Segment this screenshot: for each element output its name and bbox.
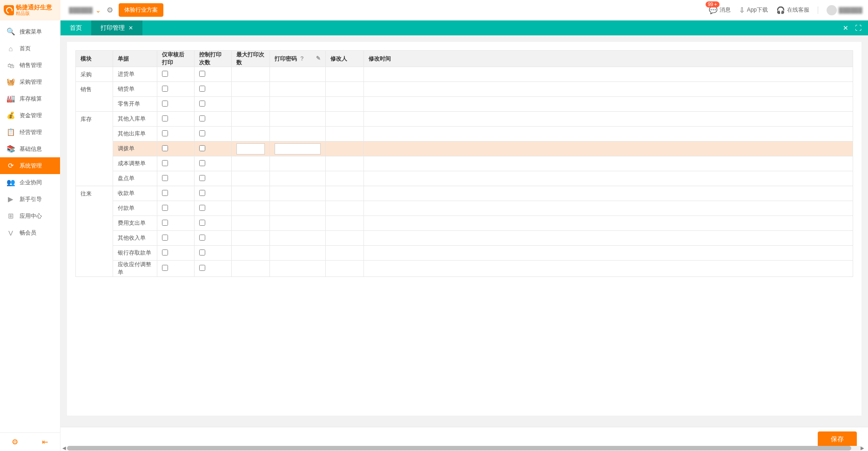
limit-count-checkbox[interactable] [199,71,205,77]
chevron-down-icon[interactable]: ⌄ [95,7,101,14]
purchase-icon: 🧺 [7,78,15,86]
tab-print[interactable]: 打印管理✕ [91,20,142,35]
message-button[interactable]: 💬 消息 [709,6,731,14]
sidebar-item-label: 销售管理 [20,61,42,69]
print-password-cell [270,82,326,97]
print-password-input[interactable] [275,143,321,155]
audit-only-checkbox[interactable] [162,160,168,166]
sidebar: 🔍搜索菜单⌂首页🛍销售管理🧺采购管理🏭库存核算💰资金管理📋经营管理📚基础信息⟳系… [0,20,61,451]
limit-count-checkbox[interactable] [199,86,205,92]
sidebar-item-fund[interactable]: 💰资金管理 [0,107,60,124]
modify-time-cell [364,186,853,201]
sidebar-item-label: 库存核算 [20,95,42,103]
sidebar-item-label: 采购管理 [20,78,42,86]
system-icon: ⟳ [7,162,15,170]
audit-only-checkbox[interactable] [162,71,168,77]
modifier-cell [326,82,364,97]
sidebar-settings-icon[interactable]: ⚙ [0,433,30,451]
max-count-input[interactable] [236,143,265,155]
online-service-label: 在线客服 [787,6,809,14]
audit-only-checkbox[interactable] [162,130,168,136]
print-password-cell [270,97,326,112]
app-download-button[interactable]: ⇩ App下载 [739,6,768,14]
audit-only-checkbox[interactable] [162,101,168,107]
promo-button[interactable]: 体验行业方案 [119,3,163,17]
save-button[interactable]: 保存 [818,431,857,447]
sales-icon: 🛍 [7,61,15,69]
max-count-cell [232,97,270,112]
tab-close-all-icon[interactable]: ✕ [843,24,848,32]
avatar [827,5,837,15]
biz-icon: 📋 [7,128,15,136]
user-menu[interactable]: ██████ [827,5,862,15]
doc-cell: 费用支出单 [113,216,157,231]
edit-icon[interactable]: ✎ [316,55,321,61]
sidebar-item-member[interactable]: V畅会员 [0,224,60,241]
scroll-left-icon[interactable]: ◀ [62,445,66,451]
th-limit-count: 控制打印次数 [195,51,232,67]
limit-count-checkbox[interactable] [199,249,205,256]
sidebar-item-system[interactable]: ⟳系统管理 [0,157,60,174]
table-row: 调拨单 [76,141,853,156]
limit-count-checkbox[interactable] [199,220,205,226]
scroll-right-icon[interactable]: ▶ [861,445,864,451]
sidebar-collapse-icon[interactable]: ⇤ [30,433,61,451]
max-count-cell [232,246,270,261]
max-count-cell [232,82,270,97]
horizontal-scrollbar[interactable]: ◀ ▶ [67,446,863,451]
org-selector[interactable]: ██████ [69,7,93,13]
sidebar-item-label: 资金管理 [20,112,42,120]
doc-cell: 成本调整单 [113,156,157,171]
audit-only-checkbox[interactable] [162,265,168,271]
limit-count-checkbox[interactable] [199,115,205,121]
sidebar-item-sales[interactable]: 🛍销售管理 [0,57,60,74]
close-icon[interactable]: ✕ [128,25,133,31]
gear-icon[interactable]: ⚙ [107,6,113,14]
online-service-button[interactable]: 🎧 在线客服 [776,6,809,14]
limit-count-checkbox[interactable] [199,101,205,107]
sidebar-item-guide[interactable]: ▶新手引导 [0,191,60,208]
audit-only-checkbox[interactable] [162,115,168,121]
message-icon: 💬 [709,6,718,14]
limit-count-checkbox[interactable] [199,175,205,181]
table-row: 成本调整单 [76,156,853,171]
doc-cell: 盘点单 [113,171,157,186]
th-modify-time: 修改时间 [364,51,853,67]
audit-only-checkbox[interactable] [162,145,168,151]
sidebar-item-purchase[interactable]: 🧺采购管理 [0,74,60,90]
audit-only-checkbox[interactable] [162,220,168,226]
max-count-cell [232,171,270,186]
tab-label: 首页 [70,24,82,32]
audit-only-checkbox[interactable] [162,205,168,211]
modify-time-cell [364,156,853,171]
sidebar-item-home[interactable]: ⌂首页 [0,40,60,57]
sidebar-item-apps[interactable]: ⊞应用中心 [0,208,60,224]
sidebar-item-biz[interactable]: 📋经营管理 [0,124,60,141]
username: ██████ [839,7,862,13]
audit-only-checkbox[interactable] [162,175,168,181]
limit-count-checkbox[interactable] [199,145,205,151]
audit-only-checkbox[interactable] [162,249,168,256]
limit-count-checkbox[interactable] [199,265,205,271]
tab-home[interactable]: 首页 [61,20,91,35]
audit-only-checkbox[interactable] [162,235,168,241]
limit-count-checkbox[interactable] [199,235,205,241]
sidebar-item-stock[interactable]: 🏭库存核算 [0,90,60,107]
limit-count-checkbox[interactable] [199,130,205,136]
limit-count-checkbox[interactable] [199,160,205,166]
audit-only-checkbox[interactable] [162,86,168,92]
audit-only-checkbox[interactable] [162,190,168,196]
table-row: 盘点单 [76,171,853,186]
scrollbar-thumb[interactable] [67,446,851,451]
modifier-cell [326,97,364,112]
stock-icon: 🏭 [7,94,15,103]
sidebar-item-coop[interactable]: 👥企业协同 [0,174,60,191]
help-icon[interactable]: ? [300,55,303,62]
brand-logo[interactable]: 畅捷通好生意 精品版 [0,0,61,20]
sidebar-item-base[interactable]: 📚基础信息 [0,141,60,157]
fullscreen-icon[interactable]: ⛶ [855,24,861,32]
modify-time-cell [364,67,853,82]
limit-count-checkbox[interactable] [199,190,205,196]
limit-count-checkbox[interactable] [199,205,205,211]
sidebar-item-search[interactable]: 🔍搜索菜单 [0,23,60,40]
